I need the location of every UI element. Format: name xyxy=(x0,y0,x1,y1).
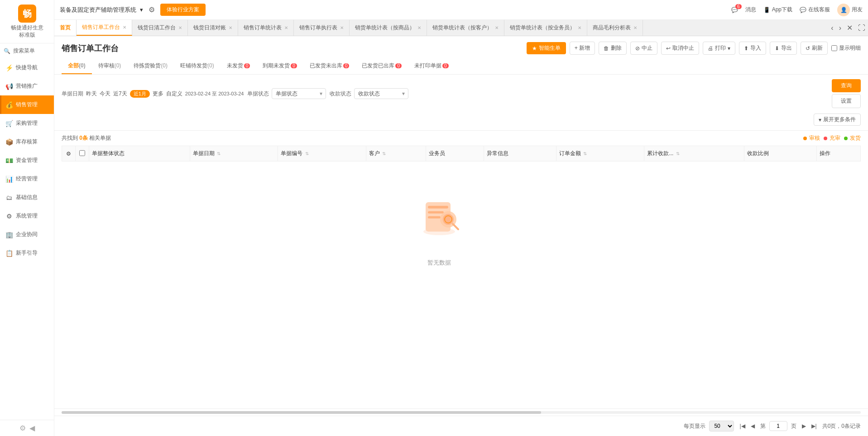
scroll-thumb[interactable] xyxy=(62,411,541,414)
message-icon[interactable]: 💬 6 xyxy=(731,7,738,13)
sidebar-item-operations[interactable]: 📊 经营管理 xyxy=(0,170,54,188)
filter-date-7days[interactable]: 近7天 xyxy=(113,90,127,98)
tab-sales-exec[interactable]: 销售订单执行表 ✕ xyxy=(294,20,350,36)
query-button[interactable]: 查询 xyxy=(832,79,861,92)
tab-close-all[interactable]: ✕ xyxy=(844,24,855,32)
tab-scroll-left[interactable]: ‹ xyxy=(828,24,836,32)
tab-sales-stats-close[interactable]: ✕ xyxy=(284,25,288,30)
sidebar-item-base-info[interactable]: 🗂 基础信息 xyxy=(0,188,54,207)
tab-maximize[interactable]: ⛶ xyxy=(855,24,868,32)
import-btn[interactable]: ⬆ 导入 xyxy=(739,42,766,55)
subtab-shipped-not-out[interactable]: 已发货未出库0 xyxy=(303,58,356,74)
online-service-btn[interactable]: 💬 在线客服 xyxy=(800,6,830,14)
subtab-all[interactable]: 全部(0) xyxy=(62,58,92,74)
sidebar-item-purchase[interactable]: 🛒 采购管理 xyxy=(0,114,54,133)
tab-cash-reconcile[interactable]: 钱货日清对账 ✕ xyxy=(188,20,238,36)
page-size-select[interactable]: 10 20 50 100 xyxy=(709,421,734,431)
th-checkbox[interactable] xyxy=(76,146,89,161)
print-label: 打印 xyxy=(715,44,726,52)
tab-sales-by-customer[interactable]: 销货单统计表（按客户） ✕ xyxy=(427,20,504,36)
tab-cash-daily-close[interactable]: ✕ xyxy=(178,25,182,30)
smart-generate-btn[interactable]: ★ 智能生单 xyxy=(527,42,566,54)
guide-icon: 📋 xyxy=(5,250,13,257)
page-prev-btn[interactable]: ◀ xyxy=(749,422,757,430)
sidebar-settings-btn[interactable]: ⚙ xyxy=(19,424,26,432)
filter-date-custom[interactable]: 自定义 xyxy=(166,90,182,98)
horizontal-scrollbar[interactable] xyxy=(54,408,868,416)
filter-date-group: 单据日期 昨天 今天 近7天 近1月 更多 自定义 2023-02-24 至 2… xyxy=(62,90,244,98)
scroll-track[interactable] xyxy=(62,411,861,414)
sidebar-item-sales[interactable]: 💰 销售管理 xyxy=(0,95,54,114)
tab-cash-reconcile-close[interactable]: ✕ xyxy=(229,25,232,30)
sidebar-item-inventory[interactable]: 📦 库存核算 xyxy=(0,133,54,151)
filter-date-1month[interactable]: 近1月 xyxy=(130,90,150,98)
th-actions-label: 操作 xyxy=(820,150,830,156)
filter-date-today[interactable]: 今天 xyxy=(100,90,110,98)
app-download-btn[interactable]: 📱 App下载 xyxy=(763,6,792,14)
subtab-pending-review[interactable]: 待审核(0) xyxy=(92,58,128,74)
subtab-pending-inspect[interactable]: 待拣货验货(0) xyxy=(127,58,174,74)
th-customer[interactable]: 客户 ⇅ xyxy=(366,146,426,161)
topbar-settings-icon[interactable]: ⚙ xyxy=(149,5,155,14)
sidebar-item-finance[interactable]: 💵 资金管理 xyxy=(0,151,54,170)
tab-sales-workbench[interactable]: 销售订单工作台 ✕ xyxy=(77,20,132,36)
page-actions: ★ 智能生单 + 新增 🗑 删除 ⊘ 中止 ↩ 取消中止 xyxy=(527,42,861,55)
sidebar-collapse-btn[interactable]: ◀ xyxy=(29,424,35,432)
ship-action-btn[interactable]: 发货 xyxy=(844,134,861,142)
page-last-btn[interactable]: ▶| xyxy=(810,422,819,430)
filter-status-select[interactable]: 单据状态 xyxy=(272,88,326,99)
cancel-suspend-btn[interactable]: ↩ 取消中止 xyxy=(661,42,699,55)
tab-cash-daily[interactable]: 钱货日清工作台 ✕ xyxy=(132,20,188,36)
refresh-btn[interactable]: ↺ 刷新 xyxy=(801,42,828,55)
page-first-btn[interactable]: |◀ xyxy=(738,422,747,430)
subtab-shipped-out[interactable]: 已发货已出库0 xyxy=(355,58,408,74)
tab-sales-stats[interactable]: 销售订单统计表 ✕ xyxy=(238,20,294,36)
cancel-action-btn[interactable]: 充审 xyxy=(824,134,840,142)
print-btn[interactable]: 🖨 打印 ▾ xyxy=(703,42,735,55)
export-btn[interactable]: ⬇ 导出 xyxy=(770,42,797,55)
tab-sales-workbench-close[interactable]: ✕ xyxy=(123,25,126,30)
tab-sales-by-staff-close[interactable]: ✕ xyxy=(578,25,581,30)
tab-sales-exec-close[interactable]: ✕ xyxy=(340,25,344,30)
filter-payment-select[interactable]: 收款状态 xyxy=(354,88,408,99)
sidebar-item-enterprise[interactable]: 🏢 企业协同 xyxy=(0,225,54,244)
tab-home[interactable]: 首页 xyxy=(54,20,77,36)
th-date[interactable]: 单据日期 ⇅ xyxy=(190,146,278,161)
th-collected-sort-icon: ⇅ xyxy=(676,151,680,156)
delete-btn[interactable]: 🗑 删除 xyxy=(599,42,627,55)
settings-button[interactable]: 设置 xyxy=(832,94,861,108)
tab-sales-by-product[interactable]: 销货单统计表（按商品） ✕ xyxy=(350,20,427,36)
th-amount[interactable]: 订单金额 ⇅ xyxy=(556,146,644,161)
subtab-wangpu[interactable]: 旺铺待发货(0) xyxy=(174,58,221,74)
expand-btn[interactable]: ▾ 展开更多条件 xyxy=(814,114,861,126)
filter-date-more[interactable]: 更多 xyxy=(153,90,163,98)
subtab-not-printed[interactable]: 未打印单据0 xyxy=(408,58,455,74)
search-menu[interactable]: 🔍 搜索菜单 xyxy=(0,43,54,58)
th-settings[interactable]: ⚙ xyxy=(62,146,76,161)
sidebar-item-quick-nav[interactable]: ⚡ 快捷导航 xyxy=(0,58,54,77)
page-input[interactable] xyxy=(769,421,787,431)
sidebar-item-marketing[interactable]: 📢 营销推广 xyxy=(0,77,54,95)
show-detail-input[interactable] xyxy=(831,45,837,51)
filter-date-yesterday[interactable]: 昨天 xyxy=(86,90,97,98)
sidebar-item-system[interactable]: ⚙ 系统管理 xyxy=(0,207,54,225)
add-btn[interactable]: + 新增 xyxy=(570,42,595,55)
page-next-btn[interactable]: ▶ xyxy=(800,422,808,430)
solution-button[interactable]: 体验行业方案 xyxy=(160,4,206,16)
subtab-overdue[interactable]: 到期未发货0 xyxy=(256,58,303,74)
tab-sales-by-customer-close[interactable]: ✕ xyxy=(495,25,499,30)
select-all-checkbox[interactable] xyxy=(79,150,85,156)
sidebar-item-guide[interactable]: 📋 新手引导 xyxy=(0,244,54,262)
tab-product-margin[interactable]: 商品毛利分析表 ✕ xyxy=(587,20,643,36)
th-collected[interactable]: 累计收款... ⇅ xyxy=(644,146,744,161)
review-action-btn[interactable]: 审核 xyxy=(803,134,820,142)
tab-sales-by-product-close[interactable]: ✕ xyxy=(417,25,421,30)
user-btn[interactable]: 👤 用友 xyxy=(837,4,863,16)
show-detail-checkbox[interactable]: 显示明细 xyxy=(831,44,861,52)
subtab-not-shipped[interactable]: 未发货0 xyxy=(221,58,257,74)
tab-sales-by-staff[interactable]: 销货单统计表（按业务员） ✕ xyxy=(504,20,587,36)
tab-scroll-right[interactable]: › xyxy=(836,24,844,32)
tab-product-margin-close[interactable]: ✕ xyxy=(633,25,637,30)
suspend-btn[interactable]: ⊘ 中止 xyxy=(630,42,657,55)
th-number[interactable]: 单据编号 ⇅ xyxy=(278,146,366,161)
